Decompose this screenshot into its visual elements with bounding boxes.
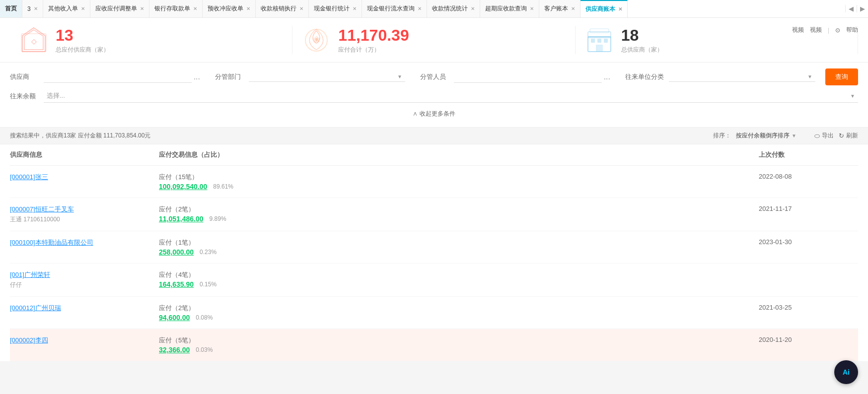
nav-home[interactable]: 首页 [0,0,22,17]
nav-bank-deposit[interactable]: 银行存取款单 ✕ [149,0,203,17]
nav-next-button[interactable]: ▶ [857,5,868,12]
video-label[interactable]: 视频 [810,26,822,34]
nav-receipt-verify-label: 收款核销执行 [261,4,296,13]
last-pay-date-2: 2023-01-30 [759,238,792,246]
supplier-dots[interactable]: ... [194,72,200,81]
nav-ar-ap-adjust-close[interactable]: ✕ [140,6,144,11]
trans-type-1: 应付（2笔） [159,205,759,214]
supplier-name-link-1[interactable]: [000007]恒旺二手叉车 [10,205,74,213]
supplier-name-link-3[interactable]: [001]广州荣轩 [10,271,50,278]
last-pay-date-4: 2021-03-25 [759,304,792,311]
refresh-button[interactable]: ↻ 刷新 [839,131,858,140]
supplier-cell-1: [000007]恒旺二手叉车 王通 17106110000 [10,205,159,224]
nav-cash-bank-stats[interactable]: 现金银行统计 ✕ [309,0,362,17]
person-label: 分管人员 [420,72,450,81]
trans-percent-5: 0.03% [196,346,213,353]
total-suppliers-content: 18 总供应商（家） [621,26,663,54]
table-rows-container: [000001]张三 应付（15笔） 100,092,540.00 89.61%… [10,166,858,361]
nav-tab-3-close[interactable]: ✕ [34,6,38,11]
table-row: [001]广州荣轩 仔仔 应付（4笔） 164,635.90 0.15% [10,263,858,297]
nav-other-income-close[interactable]: ✕ [81,6,85,11]
nav-bank-deposit-close[interactable]: ✕ [193,6,197,11]
trans-amount-2[interactable]: 258,000.00 [159,248,194,256]
nav-overdue-query[interactable]: 超期应收款查询 ✕ [480,0,539,17]
result-bar: 搜索结果中，供应商13家 应付金额 111,703,854.00元 排序： 按应… [0,128,868,144]
trans-amount-1[interactable]: 11,051,486.00 [159,215,204,223]
help-icon: ⊙ [835,27,840,34]
ap-total-content: 11,170.39 应付合计（万） [338,26,409,54]
supplier-sub-info-3: 仔仔 [10,281,159,289]
trans-percent-3: 0.15% [200,281,217,288]
sort-dropdown-icon: ▼ [792,133,796,138]
ap-total-number: 11,170.39 [338,26,409,45]
svg-rect-8 [597,39,601,43]
total-suppliers-label: 总供应商（家） [621,46,663,54]
svg-rect-10 [596,45,603,52]
nav-overdue-query-close[interactable]: ✕ [530,6,534,11]
nav-other-income-label: 其他收入单 [48,4,78,13]
supplier-cell-2: [000100]本特勤油品有限公司 [10,238,159,247]
nav-prepaid-offset[interactable]: 预收冲应收单 ✕ [203,0,256,17]
supplier-cell-5: [000002]李四 [10,336,159,345]
nav-other-income[interactable]: 其他收入单 ✕ [43,0,90,17]
supplier-input[interactable] [44,71,192,83]
query-button[interactable]: 查询 [825,68,858,85]
table-row: [000007]恒旺二手叉车 王通 17106110000 应付（2笔） 11,… [10,198,858,231]
supplier-name-link-2[interactable]: [000100]本特勤油品有限公司 [10,239,93,246]
balance-select[interactable]: 选择... ▼ [44,89,858,103]
table-row: [000100]本特勤油品有限公司 应付（1笔） 258,000.00 0.23… [10,231,858,263]
help-label[interactable]: 帮助 [846,26,858,34]
export-button[interactable]: ⬭ 导出 [814,131,834,140]
col-header-transaction: 应付交易信息（占比） [159,150,759,159]
supplier-name-link-4[interactable]: [000012]广州贝瑞 [10,304,61,312]
nav-next-icon: ▶ [860,5,865,12]
transaction-cell-1: 应付（2笔） 11,051,486.00 9.89% [159,205,759,223]
col-header-supplier: 供应商信息 [10,150,159,159]
nav-receipt-stats-close[interactable]: ✕ [471,6,475,11]
export-label: 导出 [822,131,834,140]
table-header: 供应商信息 应付交易信息（占比） 上次付数 [10,144,858,166]
nav-receipt-stats-label: 收款情况统计 [432,4,468,13]
category-select[interactable]: ▼ [669,72,815,82]
nav-customer-ledger-close[interactable]: ✕ [571,6,575,11]
nav-prepaid-offset-close[interactable]: ✕ [246,6,250,11]
person-input[interactable] [454,71,602,83]
nav-tab-3[interactable]: 3 ✕ [22,0,43,17]
supplier-name-link-0[interactable]: [000001]张三 [10,173,48,181]
nav-prepaid-offset-label: 预收冲应收单 [208,4,243,13]
filter-row-2: 往来余额 选择... ▼ [10,89,858,103]
filter-collapse-button[interactable]: ∧ 收起更多条件 [10,107,858,121]
nav-cash-flow-query[interactable]: 现金银行流水查询 ✕ [362,0,427,17]
nav-ar-ap-adjust[interactable]: 应收应付调整单 ✕ [90,0,149,17]
filter-row-1: 供应商 ... 分管部门 ▼ 分管人员 ... 往来单位分类 ▼ [10,68,858,85]
last-pay-cell-0: 2022-08-08 [759,173,858,180]
trans-amount-3[interactable]: 164,635.90 [159,280,194,288]
nav-arrows: ◀ ▶ [845,5,868,12]
sort-select[interactable]: 按应付余额倒序排序 ▼ [736,131,796,140]
department-select[interactable]: ▼ [249,72,405,82]
nav-receipt-verify[interactable]: 收款核销执行 ✕ [256,0,309,17]
trans-type-4: 应付（2笔） [159,304,759,313]
nav-cash-bank-stats-close[interactable]: ✕ [353,6,357,11]
nav-cash-flow-query-close[interactable]: ✕ [418,6,422,11]
trans-type-2: 应付（1笔） [159,238,759,247]
person-dots[interactable]: ... [604,72,610,81]
supplier-name-link-5[interactable]: [000002]李四 [10,336,48,344]
svg-rect-9 [604,39,608,43]
trans-amount-5[interactable]: 32,366.00 [159,346,190,354]
sort-value: 按应付余额倒序排序 [736,131,790,140]
nav-prev-button[interactable]: ◀ [845,5,857,12]
last-pay-cell-2: 2023-01-30 [759,238,858,246]
ap-suppliers-number: 13 [56,26,109,45]
total-suppliers-number: 18 [621,26,663,45]
nav-receipt-stats[interactable]: 收款情况统计 ✕ [427,0,480,17]
nav-supplier-ledger[interactable]: 供应商账本 ✕ [580,0,628,17]
trans-amount-4[interactable]: 94,600.00 [159,314,190,322]
nav-supplier-ledger-close[interactable]: ✕ [618,6,622,12]
trans-amount-0[interactable]: 100,092,540.00 [159,183,207,191]
nav-receipt-verify-close[interactable]: ✕ [299,6,303,11]
nav-customer-ledger[interactable]: 客户账本 ✕ [539,0,580,17]
transaction-cell-3: 应付（4笔） 164,635.90 0.15% [159,270,759,288]
category-dropdown-icon: ▼ [807,74,812,79]
video-link[interactable]: 视频 [792,26,804,34]
